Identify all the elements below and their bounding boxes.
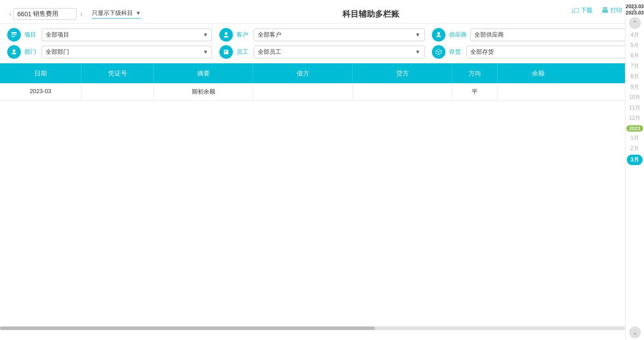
customer-value: 全部客户	[258, 31, 281, 39]
prev-account-button[interactable]: ‹	[7, 10, 13, 18]
timeline-month-8[interactable]: 8月	[625, 71, 644, 82]
timeline-month-3-active[interactable]: 3月	[627, 155, 643, 165]
page-title: 科目辅助多栏账	[141, 9, 601, 19]
timeline-month-4[interactable]: 4月	[625, 30, 644, 40]
top-bar: ‹ 6601 销售费用 › 只显示下级科目 ▼ 科目辅助多栏账 ↓□ 下载 🖶 …	[0, 0, 644, 24]
toolbar-right: ↓□ 下载 🖶 打印	[571, 6, 622, 14]
table-row: 2023-03 期初余额 平	[0, 83, 644, 101]
customer-select-arrow-icon: ▼	[415, 32, 421, 38]
employee-select-arrow-icon: ▼	[415, 49, 421, 55]
table-area: 日期 凭证号 摘要 借方 贷方 方向 余额 2023-03 期初余额 平	[0, 63, 644, 101]
svg-rect-6	[225, 51, 226, 52]
show-sub-label: 只显示下级科目	[92, 9, 133, 17]
timeline-month-2[interactable]: 2月	[625, 143, 644, 154]
td-date: 2023-03	[0, 83, 81, 100]
th-credit: 贷方	[353, 64, 452, 83]
project-select[interactable]: 全部项目 ▼	[42, 28, 212, 41]
table-header: 日期 凭证号 摘要 借方 贷方 方向 余额	[0, 64, 644, 83]
timeline-months-section: 4月 5月 6月 7月 8月 9月 10月 11月 12月 2023 1月 2月…	[625, 30, 644, 326]
timeline-year-badge[interactable]: 2023	[626, 125, 643, 132]
project-select-arrow-icon: ▼	[203, 32, 208, 38]
timeline-month-10[interactable]: 10月	[625, 92, 644, 103]
customer-label: 客户	[237, 31, 250, 39]
project-value: 全部项目	[46, 31, 69, 39]
th-date: 日期	[0, 64, 81, 83]
download-label: 下载	[581, 6, 592, 14]
timeline-month-3-container: 3月	[625, 155, 644, 165]
timeline-month-7[interactable]: 7月	[625, 61, 644, 71]
print-label: 打印	[611, 6, 622, 14]
department-select[interactable]: 全部部门 ▼	[42, 46, 212, 58]
td-summary: 期初余额	[154, 83, 253, 100]
customer-select[interactable]: 全部客户 ▼	[254, 28, 424, 41]
account-code: 6601	[17, 10, 31, 18]
filter-area: 项目 全部项目 ▼ 客户 全部客户 ▼ 供应商 全部供应商 ▼	[0, 24, 644, 63]
horizontal-scrollbar[interactable]	[0, 326, 625, 331]
svg-rect-2	[11, 36, 15, 37]
supplier-select[interactable]: 全部供应商 ▼	[470, 28, 637, 41]
timeline-up-button[interactable]: ⌃	[629, 17, 641, 29]
svg-rect-0	[11, 32, 17, 33]
inventory-select[interactable]: 全部存货 ▼	[466, 46, 637, 58]
print-button[interactable]: 🖶 打印	[601, 6, 622, 14]
timeline-month-1[interactable]: 1月	[625, 133, 644, 143]
employee-label: 员工	[237, 48, 250, 56]
th-direction: 方向	[452, 64, 497, 83]
th-summary: 摘要	[154, 64, 253, 83]
timeline-down-button[interactable]: ⌄	[629, 326, 641, 338]
customer-icon	[219, 28, 233, 42]
project-label: 项目	[24, 31, 38, 39]
scrollbar-thumb[interactable]	[0, 326, 375, 330]
td-direction: 平	[452, 83, 497, 100]
td-balance	[497, 83, 579, 100]
filter-project-row: 项目 全部项目 ▼	[7, 28, 212, 42]
svg-point-4	[13, 49, 15, 52]
employee-select[interactable]: 全部员工 ▼	[254, 46, 424, 58]
inventory-label: 存货	[449, 48, 463, 56]
download-button[interactable]: ↓□ 下载	[571, 6, 592, 14]
department-select-arrow-icon: ▼	[203, 49, 208, 55]
timeline-month-9[interactable]: 9月	[625, 82, 644, 92]
print-icon: 🖶	[601, 6, 609, 14]
show-sub-dropdown[interactable]: 只显示下级科目 ▼	[92, 9, 141, 19]
scrollbar-track	[0, 326, 625, 330]
table-body: 2023-03 期初余额 平	[0, 83, 644, 101]
department-label: 部门	[24, 48, 38, 56]
filter-employee-row: 员工 全部员工 ▼	[219, 45, 424, 59]
account-code-box[interactable]: 6601 销售费用	[13, 8, 76, 20]
account-name: 销售费用	[33, 10, 58, 18]
filter-customer-row: 客户 全部客户 ▼	[219, 28, 424, 42]
timeline-month-5[interactable]: 5月	[625, 40, 644, 51]
timeline-month-12[interactable]: 12月	[625, 113, 644, 123]
main-window: × ‹ 6601 销售费用 › 只显示下级科目 ▼ 科目辅助多栏账 ↓□ 下载 …	[0, 0, 644, 340]
department-value: 全部部门	[46, 48, 69, 56]
employee-icon	[219, 45, 233, 59]
filter-department-row: 部门 全部部门 ▼	[7, 45, 212, 59]
td-credit	[353, 83, 452, 100]
next-account-button[interactable]: ›	[78, 10, 84, 18]
supplier-label: 供应商	[449, 31, 467, 39]
download-icon: ↓□	[571, 6, 579, 14]
td-debit	[253, 83, 353, 100]
employee-value: 全部员工	[258, 48, 281, 56]
close-button[interactable]: ×	[632, 5, 637, 15]
inventory-icon	[432, 45, 445, 59]
inventory-value: 全部存货	[470, 48, 494, 56]
department-icon	[7, 45, 21, 59]
project-icon	[7, 28, 21, 42]
filter-supplier-row: 供应商 全部供应商 ▼	[432, 28, 637, 42]
th-voucher: 凭证号	[81, 64, 154, 83]
svg-point-3	[437, 32, 440, 35]
timeline-sidebar: 2023.03 2023.03 ⌃ 4月 5月 6月 7月 8月 9月 10月 …	[625, 0, 644, 340]
supplier-value: 全部供应商	[474, 31, 504, 39]
svg-rect-1	[11, 34, 17, 35]
filter-inventory-row: 存货 全部存货 ▼	[432, 45, 637, 59]
svg-rect-7	[227, 51, 227, 51]
th-debit: 借方	[253, 64, 353, 83]
supplier-icon	[432, 28, 445, 42]
td-voucher	[81, 83, 154, 100]
th-balance: 余额	[497, 64, 579, 83]
dropdown-arrow-icon: ▼	[136, 10, 141, 16]
timeline-month-6[interactable]: 6月	[625, 51, 644, 61]
timeline-month-11[interactable]: 11月	[625, 103, 644, 113]
